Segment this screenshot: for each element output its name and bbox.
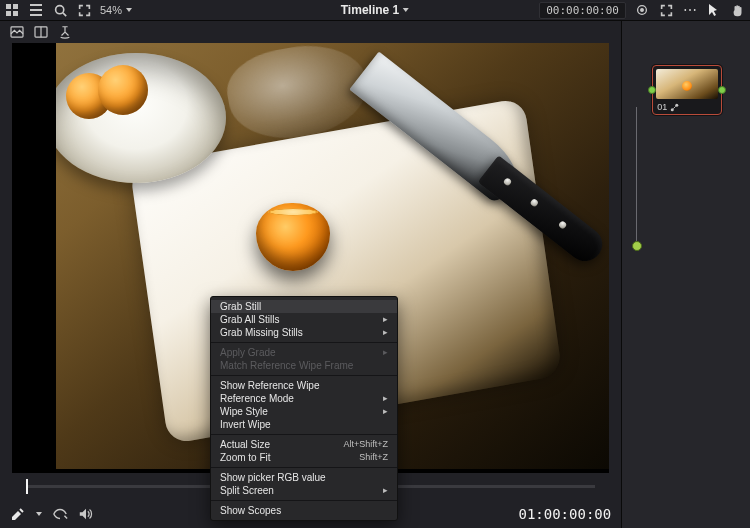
node-graph-panel[interactable]: 01 bbox=[621, 21, 750, 528]
menu-item: Apply Grade▸ bbox=[211, 346, 397, 359]
submenu-arrow-icon: ▸ bbox=[383, 313, 388, 326]
svg-point-8 bbox=[675, 103, 678, 106]
menu-separator bbox=[211, 434, 397, 435]
chevron-down-icon bbox=[403, 8, 409, 12]
chevron-down-icon bbox=[126, 8, 132, 12]
image-wipe-icon[interactable] bbox=[10, 26, 24, 38]
submenu-arrow-icon: ▸ bbox=[383, 326, 388, 339]
menu-item[interactable]: Invert Wipe bbox=[211, 418, 397, 431]
timeline-title-label: Timeline 1 bbox=[341, 3, 399, 17]
menu-item-shortcut: Shift+Z bbox=[359, 451, 388, 464]
corrector-node[interactable]: 01 bbox=[652, 65, 722, 115]
menu-item-label: Invert Wipe bbox=[220, 418, 271, 431]
menu-item[interactable]: Show Scopes bbox=[211, 504, 397, 517]
menu-item-label: Show Scopes bbox=[220, 504, 281, 517]
expand-viewer-icon[interactable] bbox=[658, 2, 674, 18]
zoom-value: 54% bbox=[100, 4, 122, 16]
grid-view-icon[interactable] bbox=[4, 2, 20, 18]
svg-line-1 bbox=[62, 12, 65, 15]
search-icon[interactable] bbox=[52, 2, 68, 18]
options-menu-icon[interactable]: ⋯ bbox=[682, 2, 698, 18]
menu-item[interactable]: Zoom to FitShift+Z bbox=[211, 451, 397, 464]
menu-item[interactable]: Show picker RGB value bbox=[211, 471, 397, 484]
hand-tool-icon[interactable] bbox=[730, 2, 746, 18]
node-source-dot[interactable] bbox=[632, 241, 642, 251]
menu-item-label: Actual Size bbox=[220, 438, 270, 451]
topbar: 54% Timeline 1 00:00:00:00 ⋯ bbox=[0, 0, 750, 21]
menu-item[interactable]: Grab All Stills▸ bbox=[211, 313, 397, 326]
menu-item-label: Grab Still bbox=[220, 300, 261, 313]
node-number: 01 bbox=[657, 102, 667, 112]
zoom-dropdown[interactable]: 54% bbox=[100, 4, 132, 16]
submenu-arrow-icon: ▸ bbox=[383, 392, 388, 405]
node-output-dot[interactable] bbox=[718, 86, 726, 94]
menu-item-label: Show picker RGB value bbox=[220, 471, 326, 484]
menu-item[interactable]: Wipe Style▸ bbox=[211, 405, 397, 418]
menu-item[interactable]: Grab Missing Stills▸ bbox=[211, 326, 397, 339]
menu-item[interactable]: Reference Mode▸ bbox=[211, 392, 397, 405]
menu-item-label: Match Reference Wipe Frame bbox=[220, 359, 353, 372]
menu-item: Match Reference Wipe Frame bbox=[211, 359, 397, 372]
expand-view-icon[interactable] bbox=[76, 2, 92, 18]
menu-item-label: Reference Mode bbox=[220, 392, 294, 405]
menu-separator bbox=[211, 467, 397, 468]
render-cache-icon[interactable] bbox=[634, 2, 650, 18]
menu-item-label: Zoom to Fit bbox=[220, 451, 271, 464]
menu-item-label: Apply Grade bbox=[220, 346, 276, 359]
svg-point-0 bbox=[55, 5, 63, 13]
node-grade-icon bbox=[670, 103, 679, 112]
submenu-arrow-icon: ▸ bbox=[383, 484, 388, 497]
mute-icon[interactable] bbox=[78, 507, 94, 521]
viewer-context-menu: Grab StillGrab All Stills▸Grab Missing S… bbox=[210, 296, 398, 521]
menu-separator bbox=[211, 375, 397, 376]
submenu-arrow-icon: ▸ bbox=[383, 346, 388, 359]
menu-separator bbox=[211, 342, 397, 343]
qualifier-picker-icon[interactable] bbox=[10, 506, 26, 522]
svg-point-7 bbox=[671, 108, 674, 111]
menu-item-label: Split Screen bbox=[220, 484, 274, 497]
node-thumbnail bbox=[656, 69, 718, 99]
split-screen-icon[interactable] bbox=[34, 26, 48, 38]
list-view-icon[interactable] bbox=[28, 2, 44, 18]
timecode-readout[interactable]: 00:00:00:00 bbox=[539, 2, 626, 19]
timeline-title-dropdown[interactable]: Timeline 1 bbox=[341, 3, 409, 17]
current-timecode[interactable]: 01:00:00:00 bbox=[518, 506, 611, 522]
chevron-down-icon[interactable] bbox=[36, 512, 42, 516]
menu-item[interactable]: Show Reference Wipe bbox=[211, 379, 397, 392]
menu-item-shortcut: Alt+Shift+Z bbox=[343, 438, 388, 451]
svg-point-3 bbox=[641, 9, 644, 12]
submenu-arrow-icon: ▸ bbox=[383, 405, 388, 418]
menu-item[interactable]: Actual SizeAlt+Shift+Z bbox=[211, 438, 397, 451]
menu-item-label: Wipe Style bbox=[220, 405, 268, 418]
viewer-toolbar bbox=[0, 21, 621, 43]
node-input-dot[interactable] bbox=[648, 86, 656, 94]
highlight-icon[interactable] bbox=[58, 25, 72, 39]
menu-item-label: Show Reference Wipe bbox=[220, 379, 320, 392]
node-link bbox=[636, 107, 637, 247]
menu-item[interactable]: Split Screen▸ bbox=[211, 484, 397, 497]
bypass-icon[interactable] bbox=[52, 507, 68, 521]
menu-item[interactable]: Grab Still bbox=[211, 300, 397, 313]
menu-item-label: Grab Missing Stills bbox=[220, 326, 303, 339]
menu-separator bbox=[211, 500, 397, 501]
arrow-tool-icon[interactable] bbox=[706, 2, 722, 18]
menu-item-label: Grab All Stills bbox=[220, 313, 279, 326]
